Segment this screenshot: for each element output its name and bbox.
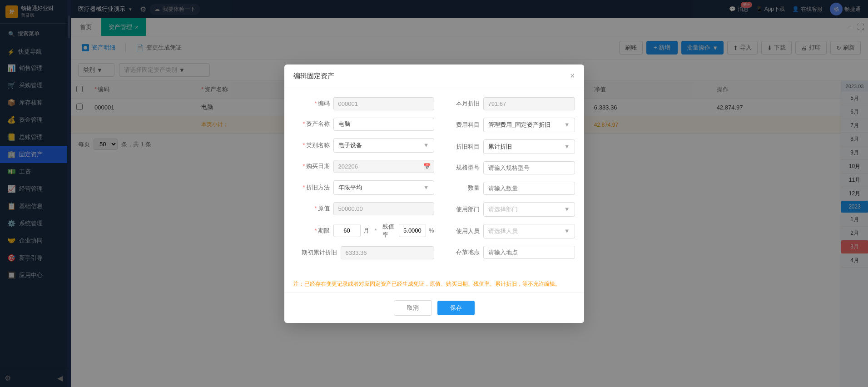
period-separator: *	[375, 227, 377, 234]
modal-header: 编辑固定资产 ×	[284, 64, 584, 88]
purchase-date-input[interactable]	[333, 160, 434, 173]
form-row-period: *期限 月 * 残值率 %	[293, 223, 434, 239]
depreciation-subject-select[interactable]: 累计折旧 ▼	[483, 139, 575, 154]
user-select-arrow: ▼	[564, 228, 570, 234]
edit-asset-modal: 编辑固定资产 × *编码 *资产名称	[284, 64, 584, 323]
form-row-category: *类别名称 电子设备 ▼	[293, 138, 434, 153]
form-row-accumulated: 期初累计折旧	[293, 246, 434, 259]
modal-body: *编码 *资产名称 *类别名称 电子设备 ▼	[284, 88, 584, 276]
depreciation-method-select[interactable]: 年限平均 ▼	[333, 180, 434, 195]
modal-footer: 取消 保存	[284, 293, 584, 323]
form-row-department: 使用部门 请选择部门 ▼	[443, 202, 575, 217]
form-row-expense-subject: 费用科目 管理费用_固定资产折旧 ▼	[443, 118, 575, 132]
form-grid: *编码 *资产名称 *类别名称 电子设备 ▼	[293, 97, 575, 267]
form-left-col: *编码 *资产名称 *类别名称 电子设备 ▼	[293, 97, 434, 267]
form-row-quantity: 数量	[443, 182, 575, 195]
form-note: 注：已经存在变更记录或者对应固定资产已经生成凭证，原值、购买日期、残值率、累计折…	[284, 276, 584, 293]
original-value-input[interactable]	[333, 202, 434, 215]
monthly-depreciation-input[interactable]	[483, 97, 575, 110]
category-select-arrow: ▼	[423, 142, 429, 149]
department-select[interactable]: 请选择部门 ▼	[483, 202, 575, 217]
form-row-original-value: *原值	[293, 202, 434, 215]
form-row-user: 使用人员 请选择人员 ▼	[443, 224, 575, 238]
modal-overlay: 编辑固定资产 × *编码 *资产名称	[0, 0, 868, 387]
department-select-arrow: ▼	[564, 206, 570, 213]
user-select[interactable]: 请选择人员 ▼	[483, 224, 575, 238]
form-row-monthly-depreciation: 本月折旧	[443, 97, 575, 110]
cancel-button[interactable]: 取消	[394, 300, 432, 316]
form-row-code: *编码	[293, 97, 434, 110]
calendar-picker-icon[interactable]: 📅	[423, 163, 431, 170]
accumulated-depreciation-input[interactable]	[341, 246, 434, 259]
form-row-asset-name: *资产名称	[293, 118, 434, 131]
residual-rate-input[interactable]	[399, 224, 426, 237]
modal-title: 编辑固定资产	[293, 72, 334, 80]
category-select[interactable]: 电子设备 ▼	[333, 138, 434, 153]
form-row-location: 存放地点	[443, 246, 575, 259]
modal-close-button[interactable]: ×	[570, 72, 575, 80]
asset-name-input[interactable]	[333, 118, 434, 131]
form-right-col: 本月折旧 费用科目 管理费用_固定资产折旧 ▼ 折旧科目	[434, 97, 575, 267]
period-input[interactable]	[333, 224, 361, 237]
expense-subject-arrow: ▼	[564, 121, 570, 128]
form-row-depreciation-method: *折旧方法 年限平均 ▼	[293, 180, 434, 195]
depreciation-subject-arrow: ▼	[564, 143, 570, 150]
quantity-input[interactable]	[483, 182, 575, 195]
code-input[interactable]	[333, 97, 434, 110]
depreciation-method-arrow: ▼	[423, 184, 429, 191]
save-button[interactable]: 保存	[437, 301, 475, 315]
form-row-spec: 规格型号	[443, 161, 575, 174]
location-input[interactable]	[483, 246, 575, 259]
form-row-purchase-date: *购买日期 📅	[293, 160, 434, 173]
spec-input[interactable]	[483, 161, 575, 174]
expense-subject-select[interactable]: 管理费用_固定资产折旧 ▼	[483, 118, 575, 132]
form-row-depreciation-subject: 折旧科目 累计折旧 ▼	[443, 139, 575, 154]
